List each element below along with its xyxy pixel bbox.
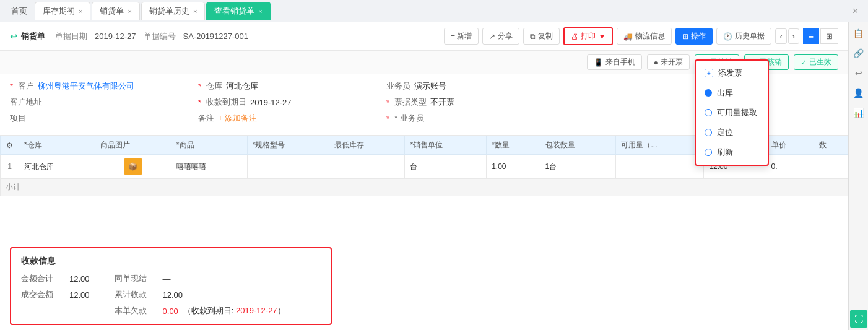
add-note-label: + 添加备注	[218, 113, 257, 124]
payment-date-value: 2019-12-27	[250, 98, 292, 107]
logistics-label: 物流信息	[635, 31, 665, 41]
share-icon: ↗	[489, 32, 495, 41]
menu-add-invoice[interactable]: + 添发票	[696, 63, 768, 83]
nav-prev[interactable]: ‹	[775, 28, 786, 44]
doc-toolbar: + 新增 ↗ 分享 ⧉ 复制 🖨 打印 ▼ 🚚 物流信息	[444, 27, 838, 45]
menu-refresh[interactable]: 刷新	[696, 142, 768, 162]
cumulative-label: 累计收款	[115, 289, 158, 300]
operation-label: 操作	[691, 31, 706, 41]
outstanding-label: 本单欠款	[115, 305, 158, 316]
payment-date-required: *	[198, 98, 201, 107]
customer-field: * 客户 柳州粤港平安气体有限公司	[10, 80, 183, 92]
invoice-type-label: 票据类型	[394, 97, 427, 108]
salesperson2-field: * * 业务员 —	[386, 113, 560, 124]
tab-sales-history-close[interactable]: ×	[193, 7, 197, 15]
row-pkg-qty: 1台	[540, 155, 616, 179]
payment-box: 收款信息 金额合计 12.00 成交金额 12.00 同单现结 —	[10, 247, 332, 325]
warehouse-field: * 仓库 河北仓库	[198, 80, 371, 92]
operation-dropdown: + 添发票 出库 可用量提取 定位 刷新	[695, 59, 769, 166]
number-label: 单据编号	[144, 31, 176, 42]
row-available	[616, 155, 704, 179]
salesperson-field: 业务员 演示账号	[386, 80, 560, 92]
tab-sales-history[interactable]: 销货单历史 ×	[141, 2, 205, 20]
nav-arrows: ‹ ›	[775, 28, 799, 44]
invoice-type-required: *	[386, 98, 389, 107]
amount-total-item: 金额合计 12.00	[21, 273, 90, 284]
doc-meta: 单据日期 2019-12-27 单据编号 SA-20191227-001	[55, 31, 248, 42]
not-open-button[interactable]: ● 未开票	[647, 54, 690, 70]
address-field: 客户地址 —	[10, 97, 183, 108]
outbound-icon	[705, 89, 712, 97]
view-grid-btn[interactable]: ⊞	[820, 28, 838, 44]
row-amount	[814, 155, 848, 179]
payment-title: 收款信息	[21, 256, 321, 267]
copy-icon: ⧉	[530, 32, 536, 41]
print-label: 打印	[581, 31, 596, 41]
tab-view-sales-close[interactable]: ×	[258, 7, 262, 15]
sidebar-link-icon[interactable]: 🔗	[849, 45, 867, 62]
effective-label: 已生效	[809, 57, 831, 67]
row-warehouse: 河北仓库	[19, 155, 95, 179]
operation-icon: ⊞	[682, 32, 688, 41]
outstanding-item: 本单欠款 0.00 （收款到期日: 2019-12-27）	[115, 305, 285, 316]
nav-next[interactable]: ›	[788, 28, 799, 44]
operation-button[interactable]: ⊞ 操作	[675, 28, 713, 45]
print-button[interactable]: 🖨 打印 ▼	[563, 27, 613, 45]
invoice-type-field: * 票据类型 不开票	[386, 97, 560, 108]
share-button[interactable]: ↗ 分享	[482, 28, 519, 45]
payment-date-field: * 收款到期日 2019-12-27	[198, 97, 371, 108]
menu-outbound[interactable]: 出库	[696, 83, 768, 103]
dropdown-menu: + 添发票 出库 可用量提取 定位 刷新	[695, 59, 769, 166]
add-note-button[interactable]: + 添加备注	[218, 113, 257, 124]
refresh-icon	[705, 149, 712, 156]
sidebar-refresh-icon[interactable]: ↩	[851, 64, 866, 82]
payment-col-right: 同单现结 — 累计收款 12.00 本单欠款 0.00 （收款到期日: 2019…	[115, 273, 285, 316]
row-product: 嘻嘻嘻嘻	[171, 155, 247, 179]
subtotal-label: 小计	[1, 179, 848, 196]
effective-button[interactable]: ✓ 已生效	[794, 54, 838, 70]
tab-inventory-close[interactable]: ×	[79, 7, 82, 15]
tab-sales-label: 销货单	[100, 6, 124, 17]
view-list-btn[interactable]: ≡	[803, 28, 819, 44]
add-invoice-label: 添发票	[718, 67, 742, 79]
tab-sales[interactable]: 销货单 ×	[92, 2, 139, 20]
logistics-button[interactable]: 🚚 物流信息	[617, 28, 672, 45]
tab-home[interactable]: 首页	[5, 6, 33, 17]
th-spec: *规格型号	[247, 136, 329, 155]
doc-title-text: 销货单	[21, 31, 45, 42]
logistics-icon: 🚚	[623, 32, 633, 41]
effective-icon: ✓	[801, 58, 807, 67]
salesperson2-value: —	[428, 114, 436, 123]
row-spec	[247, 155, 329, 179]
same-order-item: 同单现结 —	[115, 273, 285, 284]
salesperson2-required: *	[386, 114, 389, 123]
tab-bar: 首页 库存期初 × 销货单 × 销货单历史 × 查看销货单 × ×	[0, 0, 868, 22]
note-label: 备注	[198, 113, 214, 124]
cumulative-item: 累计收款 12.00	[115, 289, 285, 300]
copy-label: 复制	[538, 31, 553, 41]
history-button[interactable]: 🕐 历史单据	[716, 28, 771, 45]
row-qty: 1.00	[487, 155, 540, 179]
payment-col-left: 金额合计 12.00 成交金额 12.00	[21, 273, 90, 316]
th-gear[interactable]: ⚙	[1, 136, 19, 155]
sidebar-expand-icon[interactable]: ⛶	[850, 310, 867, 328]
close-all-button[interactable]: ×	[848, 6, 863, 17]
print-icon: 🖨	[571, 32, 578, 41]
copy-button[interactable]: ⧉ 复制	[523, 28, 560, 45]
tab-inventory[interactable]: 库存期初 ×	[35, 2, 90, 20]
from-phone-button[interactable]: 📱 来自手机	[587, 54, 642, 70]
menu-locate[interactable]: 定位	[696, 123, 768, 142]
print-dropdown-icon: ▼	[598, 32, 605, 41]
customer-value[interactable]: 柳州粤港平安气体有限公司	[38, 80, 134, 92]
sidebar-chart-icon[interactable]: 📊	[849, 104, 867, 121]
tab-sales-close[interactable]: ×	[128, 7, 131, 15]
row-price: 0.	[766, 155, 814, 179]
sidebar-clipboard-icon[interactable]: 📋	[849, 25, 867, 42]
new-button[interactable]: + 新增	[444, 28, 479, 45]
menu-available-qty[interactable]: 可用量提取	[696, 103, 768, 123]
project-label: 项目	[10, 113, 26, 124]
th-warehouse: *仓库	[19, 136, 95, 155]
sidebar-user-icon[interactable]: 👤	[849, 84, 867, 102]
locate-icon	[705, 129, 712, 136]
tab-view-sales[interactable]: 查看销货单 ×	[206, 2, 270, 20]
